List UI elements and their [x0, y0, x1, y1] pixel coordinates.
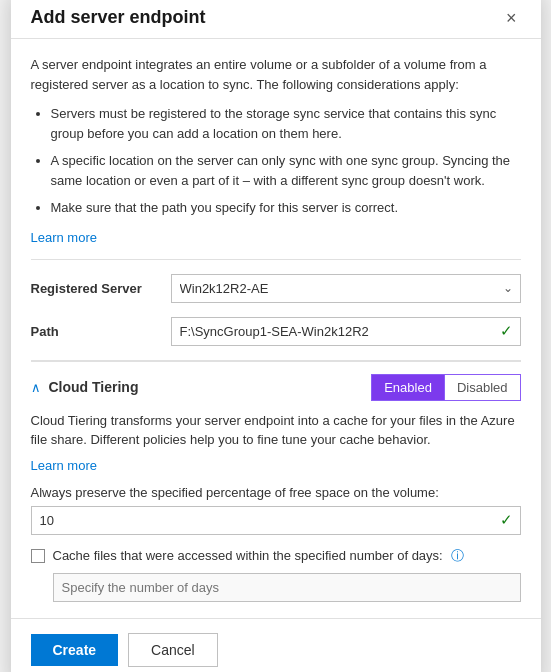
add-server-endpoint-dialog: Add server endpoint × A server endpoint …	[11, 0, 541, 672]
dialog-title: Add server endpoint	[31, 7, 206, 28]
cloud-tiering-title: Cloud Tiering	[49, 379, 139, 395]
cache-row: Cache files that were accessed within th…	[31, 547, 521, 565]
dialog-header: Add server endpoint ×	[11, 0, 541, 39]
cloud-tiering-left: ∧ Cloud Tiering	[31, 379, 139, 395]
intro-description: A server endpoint integrates an entire v…	[31, 55, 521, 94]
form-section: Registered Server Win2k12R2-AE ⌄ Path ✓	[31, 259, 521, 346]
preserve-input-wrap: ✓	[31, 506, 521, 535]
cache-label: Cache files that were accessed within th…	[53, 548, 443, 563]
registered-server-label: Registered Server	[31, 281, 171, 296]
dialog-body: A server endpoint integrates an entire v…	[11, 39, 541, 618]
chevron-up-icon[interactable]: ∧	[31, 380, 41, 395]
registered-server-control: Win2k12R2-AE ⌄	[171, 274, 521, 303]
toggle-disabled-button[interactable]: Disabled	[444, 375, 520, 400]
toggle-enabled-button[interactable]: Enabled	[372, 375, 444, 400]
learn-more-link-tiering[interactable]: Learn more	[31, 458, 97, 473]
learn-more-link-top[interactable]: Learn more	[31, 230, 97, 245]
path-label: Path	[31, 324, 171, 339]
cache-checkbox[interactable]	[31, 549, 45, 563]
bullet-item: A specific location on the server can on…	[51, 151, 521, 190]
path-control: ✓	[171, 317, 521, 346]
checkmark-icon: ✓	[500, 322, 513, 340]
path-input[interactable]	[171, 317, 521, 346]
registered-server-row: Registered Server Win2k12R2-AE ⌄	[31, 274, 521, 303]
preserve-input[interactable]	[31, 506, 521, 535]
close-button[interactable]: ×	[502, 9, 521, 27]
registered-server-select[interactable]: Win2k12R2-AE	[171, 274, 521, 303]
dialog-footer: Create Cancel	[11, 618, 541, 672]
preserve-label: Always preserve the specified percentage…	[31, 485, 521, 500]
info-icon[interactable]: ⓘ	[451, 547, 464, 565]
bullet-list: Servers must be registered to the storag…	[51, 104, 521, 218]
cloud-tiering-section: ∧ Cloud Tiering Enabled Disabled Cloud T…	[31, 360, 521, 602]
tiering-description: Cloud Tiering transforms your server end…	[31, 411, 521, 450]
path-row: Path ✓	[31, 317, 521, 346]
toggle-group: Enabled Disabled	[371, 374, 520, 401]
create-button[interactable]: Create	[31, 634, 119, 666]
preserve-checkmark-icon: ✓	[500, 511, 513, 529]
bullet-item: Servers must be registered to the storag…	[51, 104, 521, 143]
cancel-button[interactable]: Cancel	[128, 633, 218, 667]
bullet-item: Make sure that the path you specify for …	[51, 198, 521, 218]
days-input[interactable]	[53, 573, 521, 602]
cloud-tiering-header: ∧ Cloud Tiering Enabled Disabled	[31, 374, 521, 401]
